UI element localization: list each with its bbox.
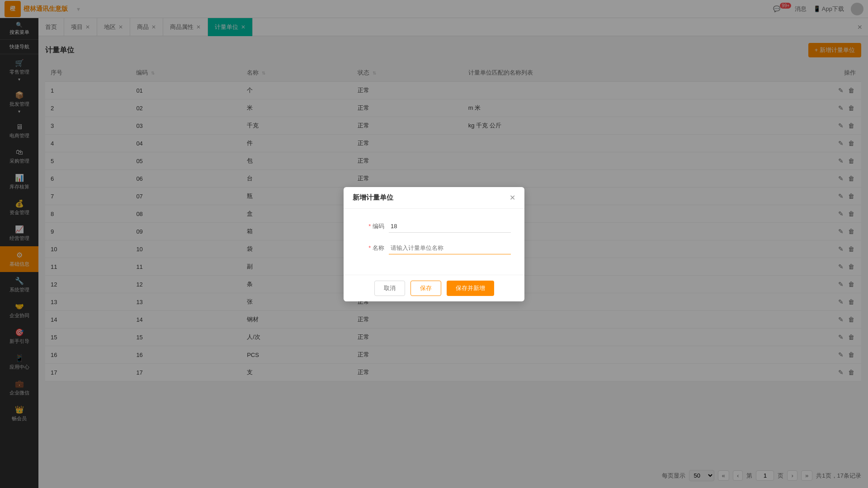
code-input[interactable] xyxy=(389,220,511,233)
modal-header: 新增计量单位 ✕ xyxy=(344,187,524,209)
name-input[interactable] xyxy=(389,242,511,254)
code-form-row: 编码 xyxy=(357,220,511,233)
modal-title: 新增计量单位 xyxy=(353,193,393,202)
modal-footer: 取消 保存 保存并新增 xyxy=(344,275,524,301)
name-label: 名称 xyxy=(357,244,384,252)
modal-close-btn[interactable]: ✕ xyxy=(509,193,515,202)
save-new-btn[interactable]: 保存并新增 xyxy=(447,281,494,296)
cancel-btn[interactable]: 取消 xyxy=(374,281,405,296)
add-unit-modal: 新增计量单位 ✕ 编码 名称 取消 保存 保存并新增 xyxy=(344,187,524,301)
code-label: 编码 xyxy=(357,222,384,230)
modal-overlay: 新增计量单位 ✕ 编码 名称 取消 保存 保存并新增 xyxy=(0,0,868,488)
modal-body: 编码 名称 xyxy=(344,209,524,275)
save-btn[interactable]: 保存 xyxy=(410,281,441,296)
name-form-row: 名称 xyxy=(357,242,511,254)
